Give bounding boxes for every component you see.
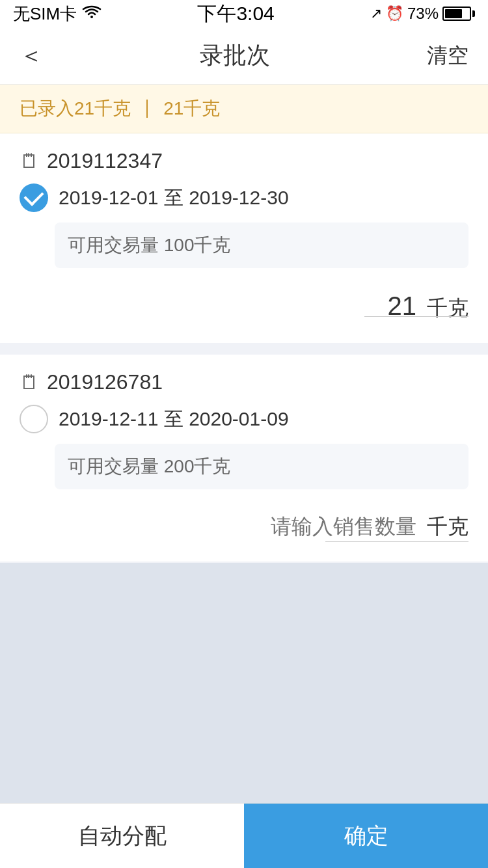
batch-header-2: 🗒 2019126781 (0, 355, 488, 400)
batch-avail-1: 可用交易量 100千克 (55, 223, 468, 268)
batch-date-2: 2019-12-11 至 2020-01-09 (59, 406, 289, 433)
auto-distribute-button[interactable]: 自动分配 (0, 804, 244, 868)
battery-percent: 73% (407, 5, 439, 23)
status-right: ↗ ⏰ 73% (370, 5, 475, 23)
battery-icon (442, 7, 475, 21)
qty-underline-2 (325, 541, 468, 542)
batch-id-1: 2019112347 (47, 149, 163, 173)
qty-unit-2: 千克 (427, 513, 468, 541)
page-title: 录批次 (200, 40, 270, 72)
info-divider (146, 100, 148, 118)
location-icon: ↗ (370, 5, 382, 22)
status-left: 无SIM卡 (13, 3, 102, 25)
batch-date-row-2[interactable]: 2019-12-11 至 2020-01-09 (0, 400, 488, 439)
auto-distribute-label: 自动分配 (78, 821, 167, 851)
batch-date-row-1[interactable]: 2019-12-01 至 2019-12-30 (0, 178, 488, 217)
batch-item-1: 🗒 2019112347 2019-12-01 至 2019-12-30 可用交… (0, 133, 488, 343)
qty-placeholder-row-2: 千克 (0, 500, 488, 562)
radio-checked-1[interactable] (20, 183, 48, 212)
status-bar: 无SIM卡 下午3:04 ↗ ⏰ 73% (0, 0, 488, 27)
radio-unchecked-2[interactable] (20, 405, 48, 433)
info-banner: 已录入21千克 21千克 (0, 85, 488, 133)
info-value: 21千克 (163, 96, 220, 121)
batch-avail-2: 可用交易量 200千克 (55, 444, 468, 489)
doc-icon-1: 🗒 (20, 150, 39, 172)
wifi-icon (82, 4, 102, 24)
confirm-label: 确定 (344, 821, 388, 851)
clear-button[interactable]: 清空 (427, 42, 468, 70)
content-area: 已录入21千克 21千克 🗒 2019112347 2019-12-01 至 2… (0, 85, 488, 868)
back-button[interactable]: ＜ (20, 40, 43, 72)
status-time: 下午3:04 (197, 1, 274, 27)
alarm-icon: ⏰ (386, 5, 403, 22)
footer: 自动分配 确定 (0, 803, 488, 868)
carrier-label: 无SIM卡 (13, 3, 77, 25)
batch-avail-text-2: 可用交易量 200千克 (68, 456, 231, 476)
info-label: 已录入21千克 (20, 96, 131, 121)
batch-id-2: 2019126781 (47, 370, 163, 394)
nav-bar: ＜ 录批次 清空 (0, 27, 488, 85)
batch-date-1: 2019-12-01 至 2019-12-30 (59, 185, 289, 211)
qty-underline-1 (364, 316, 468, 317)
qty-input-2[interactable] (234, 515, 416, 539)
section-divider (0, 344, 488, 355)
confirm-button[interactable]: 确定 (244, 804, 488, 868)
batch-avail-text-1: 可用交易量 100千克 (68, 235, 231, 255)
batch-header-1: 🗒 2019112347 (0, 133, 488, 178)
batch-item-2: 🗒 2019126781 2019-12-11 至 2020-01-09 可用交… (0, 355, 488, 562)
doc-icon-2: 🗒 (20, 372, 39, 394)
qty-row-1: 千克 (0, 278, 488, 343)
qty-unit-1: 千克 (427, 294, 468, 323)
